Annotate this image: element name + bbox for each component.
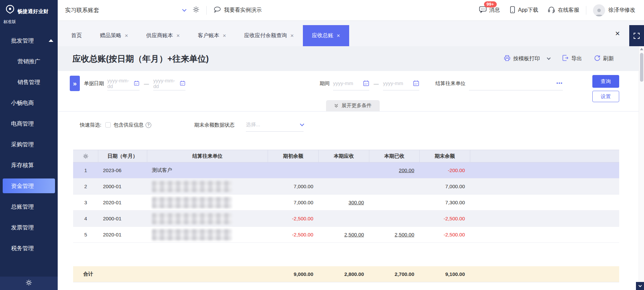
username: 徐泽华修改: [608, 7, 635, 14]
table-row[interactable]: 42000-01-2,500.00-2,500.00: [73, 211, 619, 227]
drilldown-link[interactable]: 200.00: [399, 167, 414, 173]
table-row[interactable]: 32020-017,000.00300.007,300.00: [73, 195, 619, 211]
cell-opening-balance: -2,500.00: [268, 227, 319, 242]
sidebar-item-wholesale-mgmt[interactable]: 批发管理: [0, 30, 58, 51]
cell-row-number: 1: [73, 162, 98, 178]
collapse-filter-button[interactable]: »: [70, 76, 80, 91]
cell-opening-balance: 7,000.00: [268, 195, 319, 210]
include-supply-info-checkbox[interactable]: [105, 122, 111, 128]
refresh-button[interactable]: 刷新: [594, 55, 614, 63]
tab-close-icon[interactable]: ×: [125, 32, 128, 39]
column-header[interactable]: 本期应收: [319, 150, 369, 162]
calendar-icon[interactable]: [180, 80, 185, 86]
sidebar-item-ecommerce-mgmt[interactable]: 电商管理: [0, 113, 58, 134]
tab-close-icon[interactable]: ×: [290, 32, 294, 39]
sidebar-item-marketing-promotion[interactable]: 营销推广: [0, 51, 58, 72]
drilldown-link[interactable]: 300.00: [348, 200, 364, 205]
user-menu[interactable]: 徐泽华修改: [593, 4, 635, 16]
table-row[interactable]: 12023-06测试客户200.00-200.00: [73, 162, 619, 178]
close-all-tabs-button[interactable]: ×: [615, 29, 620, 38]
tab-close-icon[interactable]: ×: [223, 32, 226, 39]
app-download-button[interactable]: App下载: [509, 6, 538, 15]
column-header[interactable]: 期末余额: [420, 150, 470, 162]
more-options-icon[interactable]: ⋯: [556, 79, 563, 87]
cell-current-receivable: 2,500.00: [319, 227, 369, 242]
cell-partner: 测试客户: [147, 162, 268, 178]
sidebar-settings-gear-icon[interactable]: [25, 279, 32, 287]
demo-link[interactable]: 我要看实例演示: [213, 6, 262, 14]
divider: [206, 6, 207, 15]
doc-date-end-input[interactable]: yyyy-mm-dd: [153, 76, 185, 90]
table-row[interactable]: 52020-01-2,500.002,500.002,500.00-2,500.…: [73, 227, 619, 243]
vertical-scrollbar[interactable]: [639, 46, 644, 282]
masked-partner-name: [152, 229, 232, 240]
period-start-input[interactable]: yyyy-mm: [333, 76, 369, 90]
refresh-label: 刷新: [603, 55, 614, 62]
sidebar-item-general-ledger[interactable]: 总账管理: [0, 196, 58, 217]
messages-badge: 99+: [484, 1, 497, 7]
tab-bar: 首页赠品策略×供应商账本×客户账本×应收应付余额查询×应收总账×: [58, 21, 644, 46]
tab-close-icon[interactable]: ×: [176, 32, 180, 39]
calendar-icon[interactable]: [413, 80, 419, 86]
total-label: 合计: [73, 266, 147, 282]
sidebar-item-inventory-accounting[interactable]: 库存核算: [0, 155, 58, 175]
amount-text: -2,500.00: [444, 232, 465, 237]
tab-customer-ledger[interactable]: 客户账本×: [189, 25, 235, 46]
query-button[interactable]: 查询: [592, 75, 619, 88]
column-header[interactable]: 日期（年月）: [98, 150, 147, 162]
title-bar: 应收总账(按日期（年月）+往来单位) 按模板打印 导出 刷新: [58, 46, 639, 71]
tab-label: 应收总账: [312, 32, 333, 39]
drilldown-link[interactable]: 2,500.00: [395, 232, 414, 237]
column-header[interactable]: 结算往来单位: [147, 150, 268, 162]
sidebar-item-funds-mgmt[interactable]: 资金管理: [0, 175, 58, 196]
sidebar-item-tax-mgmt[interactable]: 税务管理: [0, 238, 58, 259]
sidebar-item-sales-mgmt[interactable]: 销售管理: [0, 72, 58, 92]
cell-filler: [470, 227, 619, 242]
double-chevron-right-icon: »: [73, 80, 76, 87]
tab-gift-policy[interactable]: 赠品策略×: [91, 25, 137, 46]
calendar-icon[interactable]: [363, 80, 369, 86]
cell-current-received: [369, 178, 420, 194]
tab-home[interactable]: 首页: [62, 25, 91, 46]
tab-ar-ap-balance-query[interactable]: 应收应付余额查询×: [235, 25, 303, 46]
tab-label: 首页: [71, 32, 82, 39]
messages-button[interactable]: 消息 99+: [479, 6, 500, 14]
calendar-icon[interactable]: [134, 80, 140, 86]
tab-ar-general-ledger[interactable]: 应收总账×: [303, 25, 349, 46]
sidebar-item-purchase-mgmt[interactable]: 采购管理: [0, 134, 58, 155]
sidebar-item-label: 税务管理: [11, 244, 34, 252]
scroll-up-arrow[interactable]: [640, 48, 643, 50]
scrollbar-thumb[interactable]: [640, 53, 643, 82]
settings-button[interactable]: 设置: [592, 91, 619, 102]
sidebar-footer[interactable]: [0, 277, 58, 290]
ending-balance-status-select[interactable]: 选择...: [246, 118, 304, 132]
range-separator: —: [374, 81, 379, 86]
account-settings-gear-icon[interactable]: [193, 6, 200, 14]
divider: [586, 6, 586, 15]
sidebar-item-xiaochang-ecommerce[interactable]: 小畅电商: [0, 92, 58, 113]
column-header[interactable]: 本期已收: [369, 150, 420, 162]
column-settings-cell[interactable]: [73, 150, 98, 162]
fullscreen-toggle-button[interactable]: [629, 25, 644, 46]
table-row[interactable]: 22000-017,000.007,000.00: [73, 178, 619, 195]
column-header[interactable]: 期初余额: [268, 150, 319, 162]
scroll-down-corner-button[interactable]: [636, 282, 644, 290]
partner-input[interactable]: ⋯: [469, 76, 563, 90]
tab-close-icon[interactable]: ×: [337, 32, 340, 39]
period-end-input[interactable]: yyyy-mm: [383, 76, 419, 90]
expand-more-conditions-button[interactable]: 展开更多条件: [326, 100, 380, 111]
drilldown-link[interactable]: 2,500.00: [344, 232, 364, 237]
account-set-dropdown[interactable]: 实习联系账套: [65, 6, 186, 14]
sidebar-item-label: 营销推广: [17, 58, 40, 65]
cell-date: 2020-01: [98, 195, 147, 210]
help-icon[interactable]: ?: [146, 122, 151, 128]
total-filler: [470, 266, 619, 282]
export-button[interactable]: 导出: [562, 55, 582, 63]
logo[interactable]: 畅捷通好业财 标准版: [0, 0, 58, 27]
print-by-template-button[interactable]: 按模板打印: [504, 55, 550, 63]
online-service-button[interactable]: 在线客服: [548, 6, 579, 15]
column-settings-gear-icon[interactable]: [83, 153, 89, 159]
tab-supplier-ledger[interactable]: 供应商账本×: [137, 25, 189, 46]
sidebar-item-invoice-mgmt[interactable]: 发票管理: [0, 217, 58, 238]
doc-date-start-input[interactable]: yyyy-mm-dd: [107, 76, 140, 90]
